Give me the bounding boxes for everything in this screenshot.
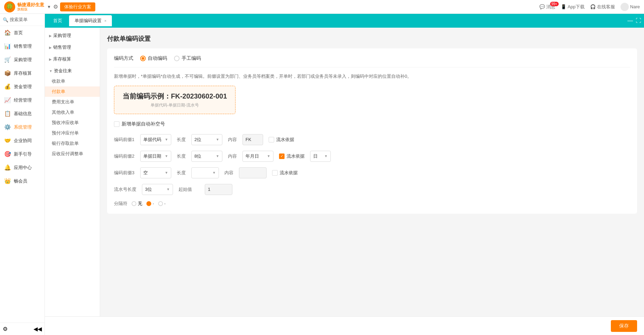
- auto-fill-label: 新增单据自动补空号: [122, 121, 165, 127]
- cascade2-checkbox[interactable]: ✓: [279, 153, 285, 159]
- radio-auto-icon: [140, 56, 146, 61]
- sidebar-item-purchase[interactable]: 🛒 采购管理: [0, 53, 45, 66]
- tab-home[interactable]: 首页: [48, 15, 68, 26]
- sidebar-item-sales[interactable]: 📊 销售管理: [0, 39, 45, 53]
- cascade3-row: 流水依据: [272, 170, 298, 176]
- tab-bar: 首页 单据编码设置 × — ⛶: [45, 14, 644, 28]
- menu-item-bank[interactable]: 银行存取款单: [45, 138, 100, 149]
- radio-auto-code[interactable]: 自动编码: [140, 55, 167, 62]
- menu-group-capital: ▼ 资金往来 收款单 付款单 费用支出单 其他收入单 预收冲应收单 预付冲应付单…: [45, 66, 100, 159]
- menu-group-sales: ▶ 销售管理: [45, 42, 100, 53]
- guide-icon: 🎯: [4, 151, 11, 157]
- serial-length-label: 流水号长度: [114, 186, 136, 193]
- sep-none[interactable]: 无: [132, 201, 142, 207]
- prefix3-label: 编码前缀3: [114, 170, 135, 176]
- chevron-down-icon: ▼: [166, 187, 170, 191]
- app-download-button[interactable]: 📱 App下载: [561, 4, 585, 10]
- top-bar: 🍀 畅捷通好生意 旗舰版 ▼ ⚙ 体验行业方案 💬 消息 99+ 📱 App下载…: [0, 0, 644, 14]
- serial-length-value: 3位: [145, 186, 152, 193]
- sidebar-item-enterprise[interactable]: 🤝 企业协同: [0, 134, 45, 147]
- sidebar-item-home[interactable]: 🏠 首页: [0, 26, 45, 39]
- menu-item-expense[interactable]: 费用支出单: [45, 97, 100, 107]
- start-value: 1: [208, 187, 210, 192]
- save-button[interactable]: 保存: [611, 320, 637, 332]
- content2-select[interactable]: 年月日 ▼: [242, 151, 273, 162]
- menu-item-other-income[interactable]: 其他收入单: [45, 107, 100, 118]
- user-avatar: [621, 3, 629, 11]
- sidebar-item-label: 首页: [14, 30, 23, 36]
- form-row-2: 编码前缀2 单据日期 ▼ 长度 8位 ▼ 内容 年月日: [114, 151, 630, 162]
- gear-icon[interactable]: ⚙: [53, 3, 58, 10]
- cascade1-checkbox[interactable]: [269, 137, 274, 142]
- content1-input: FK: [242, 134, 263, 145]
- search-menu-button[interactable]: 🔍 搜索菜单: [0, 14, 45, 26]
- sep-none-icon: [132, 201, 136, 206]
- section-card: 编码方式 自动编码 手工编码 新增单据时，*单据编码*自动生成，不可编辑。前缀设…: [107, 48, 637, 214]
- serial-length-select[interactable]: 3位 ▼: [142, 184, 173, 195]
- menu-item-receipt[interactable]: 收款单: [45, 76, 100, 86]
- trial-button[interactable]: 体验行业方案: [60, 2, 95, 11]
- apps-icon: 🔔: [4, 164, 11, 171]
- collapse-icon[interactable]: ◀◀: [33, 326, 42, 332]
- sidebar-item-finance[interactable]: 💰 资金管理: [0, 80, 45, 93]
- auto-fill-checkbox[interactable]: [114, 121, 119, 127]
- finance-icon: 💰: [4, 83, 11, 90]
- sidebar-bottom: ⚙ ◀◀: [0, 323, 45, 335]
- sidebar-item-basic-info[interactable]: 📋 基础信息: [0, 107, 45, 120]
- message-button[interactable]: 💬 消息 99+: [539, 4, 555, 10]
- form-row-3: 编码前缀3 空 ▼ 长度 ▼ 内容: [114, 167, 630, 178]
- sidebar-item-system[interactable]: ⚙️ 系统管理: [0, 120, 45, 134]
- sidebar-item-inventory[interactable]: 📦 库存核算: [0, 66, 45, 80]
- tab-minimize-icon[interactable]: —: [627, 18, 633, 24]
- settings-bottom-icon[interactable]: ⚙: [3, 326, 8, 332]
- menu-item-payment[interactable]: 付款单: [45, 86, 100, 97]
- sep-dot2[interactable]: ·: [158, 201, 166, 206]
- nav-arrow[interactable]: ▼: [47, 4, 51, 9]
- arrow-icon: ▶: [49, 34, 52, 38]
- basic-info-icon: 📋: [4, 110, 11, 117]
- radio-manual-code[interactable]: 手工编码: [174, 55, 201, 62]
- enterprise-icon: 🤝: [4, 137, 11, 144]
- content3-label: 内容: [224, 170, 233, 176]
- prefix1-label: 编码前缀1: [114, 137, 135, 143]
- tab-close-icon[interactable]: ×: [104, 19, 106, 23]
- prefix1-select[interactable]: 单据代码 ▼: [140, 134, 171, 145]
- separator-row: 分隔符 无 · ·: [114, 201, 630, 207]
- tab-expand-icon[interactable]: ⛶: [636, 18, 641, 24]
- sidebar-item-apps[interactable]: 🔔 应用中心: [0, 161, 45, 174]
- start-value-label: 起始值: [179, 186, 199, 193]
- tab-active[interactable]: 单据编码设置 ×: [69, 15, 112, 26]
- logo-text: 畅捷通好生意 旗舰版: [17, 2, 44, 12]
- sep-dot[interactable]: ·: [146, 201, 154, 206]
- menu-item-adjust[interactable]: 应收应付调整单: [45, 149, 100, 159]
- preview-box: 当前编码示例：FK-20230602-001 单据代码-单据日期-流水号: [114, 86, 236, 114]
- sidebar-nav: 🏠 首页 📊 销售管理 🛒 采购管理 📦 库存核算 💰 资金管理 📈 经: [0, 26, 45, 323]
- prefix3-select[interactable]: 空 ▼: [140, 167, 171, 178]
- length1-select[interactable]: 2位 ▼: [191, 134, 222, 145]
- inner-layout: ▶ 采购管理 ▶ 销售管理 ▶ 库存核算: [45, 28, 644, 316]
- length3-select[interactable]: ▼: [191, 167, 219, 178]
- start-value-input[interactable]: 1: [205, 184, 232, 195]
- menu-group-title-sales[interactable]: ▶ 销售管理: [45, 42, 100, 53]
- sidebar-item-member[interactable]: 👑 畅会员: [0, 174, 45, 188]
- encoding-method-row: 编码方式 自动编码 手工编码: [114, 55, 630, 67]
- main-layout: 🔍 搜索菜单 🏠 首页 📊 销售管理 🛒 采购管理 📦 库存核算 💰: [0, 14, 644, 335]
- logo-icon: 🍀: [4, 1, 15, 12]
- menu-item-prepay-pay[interactable]: 预付冲应付单: [45, 128, 100, 138]
- menu-item-prepay-recv[interactable]: 预收冲应收单: [45, 118, 100, 128]
- day-select[interactable]: 日 ▼: [310, 151, 331, 162]
- length2-select[interactable]: 8位 ▼: [191, 151, 222, 162]
- online-service-button[interactable]: 🎧 在线客服: [590, 4, 615, 10]
- sidebar-item-operations[interactable]: 📈 经营管理: [0, 93, 45, 107]
- menu-group-title-purchase[interactable]: ▶ 采购管理: [45, 30, 100, 41]
- cascade3-checkbox[interactable]: [272, 170, 278, 176]
- content1-label: 内容: [228, 137, 237, 143]
- chevron-down-icon: ▼: [212, 171, 216, 175]
- user-info[interactable]: Nare: [621, 3, 640, 11]
- sidebar-item-label: 经营管理: [14, 97, 32, 103]
- prefix2-select[interactable]: 单据日期 ▼: [140, 151, 171, 162]
- menu-group-title-capital[interactable]: ▼ 资金往来: [45, 66, 100, 76]
- prefix2-label: 编码前缀2: [114, 153, 135, 159]
- menu-group-title-inventory[interactable]: ▶ 库存核算: [45, 54, 100, 64]
- sidebar-item-guide[interactable]: 🎯 新手引导: [0, 147, 45, 161]
